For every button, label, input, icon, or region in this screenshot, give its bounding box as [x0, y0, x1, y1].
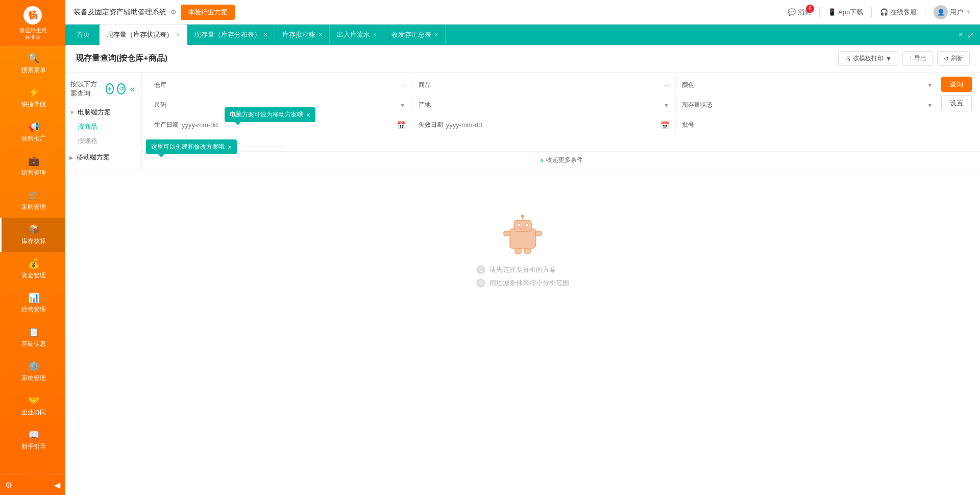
filter-cell-expiry: 失效日期 📅: [412, 116, 676, 133]
sidebar-item-marketing[interactable]: 📢 营销推广: [0, 115, 65, 149]
message-btn[interactable]: 💬 消息 6: [788, 8, 811, 17]
tab-maximize-btn[interactable]: ⤢: [967, 30, 974, 40]
print-btn[interactable]: 🖨 按模板打印 ▼: [838, 51, 898, 66]
size-label: 尺码: [154, 101, 166, 109]
tab-stock-status-close[interactable]: ×: [176, 31, 180, 38]
step-num-2: 2: [476, 278, 485, 288]
sidebar-item-system[interactable]: ⚙️ 系统管理: [0, 355, 65, 389]
sidebar-item-quicknav[interactable]: ⚡ 快捷导航: [0, 81, 65, 115]
purchase-icon: 🛒: [28, 190, 39, 201]
sidebar-item-purchase[interactable]: 🛒 采购管理: [0, 183, 65, 218]
tab-flow-close[interactable]: ×: [373, 31, 377, 38]
divider2: [871, 7, 872, 17]
back-btn[interactable]: «: [129, 83, 136, 95]
tree-mobile-arrow-icon: ▶: [69, 155, 74, 160]
refresh-btn[interactable]: ↺ 刷新: [937, 51, 970, 66]
sidebar-item-collab[interactable]: 🤝 企业协同: [0, 389, 65, 423]
query-btn[interactable]: 查询: [941, 77, 972, 92]
quicknav-icon: ⚡: [28, 87, 39, 98]
tab-batch[interactable]: 库存批次账 ×: [275, 25, 330, 45]
marketing-icon: 📢: [28, 121, 39, 132]
stock-status-input[interactable]: [716, 101, 924, 109]
expiry-calendar-icon[interactable]: 📅: [660, 121, 669, 129]
tab-close-all-btn[interactable]: ×: [959, 30, 963, 40]
warehouse-input[interactable]: [169, 81, 397, 89]
svg-point-3: [525, 223, 528, 226]
filter-cell-warehouse: 仓库 ···: [148, 77, 412, 93]
export-label: 导出: [914, 54, 926, 63]
filter-cell-color: 颜色 ▼: [675, 77, 939, 93]
color-input[interactable]: [697, 81, 924, 89]
refresh-scheme-btn[interactable]: ↺: [117, 83, 125, 95]
collapse-label: 收起更多条件: [546, 156, 583, 164]
inventory-icon: 📦: [28, 224, 39, 235]
warehouse-dots[interactable]: ···: [400, 81, 406, 89]
message-icon: 💬: [788, 8, 796, 16]
color-dropdown-arrow[interactable]: ▼: [927, 82, 933, 89]
sidebar-item-label-marketing: 营销推广: [21, 134, 46, 143]
origin-dropdown-arrow[interactable]: ▼: [663, 102, 669, 109]
page-title: 现存量查询(按仓库+商品): [76, 53, 167, 64]
proddate-input[interactable]: [182, 121, 394, 129]
header-icon-group: 💬 消息 6 📱 App下载 🎧 在线客服 👤 用户 ▼: [788, 5, 972, 19]
sidebar-item-inventory[interactable]: 📦 库存核算: [0, 218, 65, 252]
sidebar-item-finance[interactable]: 💰 资金管理: [0, 252, 65, 286]
reset-btn[interactable]: 设置: [941, 95, 972, 111]
sidebar-item-management[interactable]: 📊 经营管理: [0, 286, 65, 320]
basic-icon: 📋: [28, 326, 39, 338]
tooltip1-close[interactable]: ×: [306, 111, 310, 119]
filter-cell-goods: 商品 ···: [412, 77, 676, 93]
collapse-btn[interactable]: ∧ 收起更多条件: [142, 151, 980, 169]
tab-batch-close[interactable]: ×: [318, 31, 322, 38]
batch-input[interactable]: [697, 121, 933, 129]
tab-stock-dist[interactable]: 现存量（库存分布表） ×: [187, 25, 275, 45]
origin-input[interactable]: [434, 101, 660, 109]
tab-summary[interactable]: 收发存汇总表 ×: [384, 25, 446, 45]
tree-mobile-parent[interactable]: ▶ 移动端方案: [65, 150, 141, 164]
tree-desktop-item-spec[interactable]: 按规格: [65, 134, 141, 148]
user-btn[interactable]: 👤 用户 ▼: [934, 5, 972, 19]
sidebar-item-label-quicknav: 快捷导航: [21, 100, 46, 109]
online-service-btn[interactable]: 🎧 在线客服: [880, 8, 917, 17]
app-download-btn[interactable]: 📱 App下载: [828, 8, 863, 17]
sidebar-item-guide[interactable]: 📖 新手引导: [0, 423, 65, 457]
tab-flow[interactable]: 出入库流水 ×: [330, 25, 384, 45]
tree-desktop-parent[interactable]: ▼ 电脑端方案: [65, 105, 141, 120]
tab-stock-status[interactable]: 现存量（库存状况表） ×: [100, 25, 187, 45]
sidebar-item-search[interactable]: 🔍 搜索菜单: [0, 46, 65, 81]
tab-summary-label: 收发存汇总表: [391, 30, 431, 39]
size-dropdown-arrow[interactable]: ▼: [400, 102, 406, 109]
expiry-input[interactable]: [446, 121, 658, 129]
system-settings-icon[interactable]: ⚙: [170, 8, 177, 16]
logo-text: 畅通好生意: [19, 27, 47, 34]
tooltip2-close[interactable]: ×: [228, 143, 232, 151]
export-btn[interactable]: ↑ 导出: [902, 51, 933, 66]
goods-input[interactable]: [434, 81, 661, 89]
filter-container: 按以下方案查询 + ↺ « ▼ 电脑端方案 按商品 按规格: [65, 73, 980, 170]
empty-illustration: [500, 211, 546, 257]
sidebar-item-sales[interactable]: 💼 销售管理: [0, 149, 65, 183]
avatar-icon: 👤: [937, 9, 945, 16]
sidebar-collapse-btn[interactable]: ◀: [54, 480, 60, 490]
tab-stock-dist-close[interactable]: ×: [264, 31, 267, 38]
sidebar-item-label-guide: 新手引导: [21, 442, 46, 451]
batch-label: 批号: [682, 121, 694, 129]
warehouse-label: 仓库: [154, 81, 166, 89]
search-nav-icon: 🔍: [28, 53, 39, 64]
sidebar-item-basic[interactable]: 📋 基础信息: [0, 320, 65, 355]
goods-dots[interactable]: ···: [664, 81, 669, 89]
sidebar-settings-btn[interactable]: ⚙: [5, 480, 12, 490]
query-btns: 查询 设置: [941, 77, 972, 111]
tree-desktop-item-goods[interactable]: 按商品: [65, 120, 141, 134]
proddate-calendar-icon[interactable]: 📅: [397, 121, 406, 129]
industry-btn[interactable]: 体验行业方案: [181, 5, 235, 20]
filter-cell-origin: 产地 ▼: [412, 97, 676, 113]
svg-rect-1: [514, 220, 531, 231]
svg-rect-4: [504, 231, 510, 235]
tab-home[interactable]: 首页: [67, 25, 100, 45]
sidebar-item-label-search: 搜索菜单: [21, 66, 46, 75]
stock-status-dropdown-arrow[interactable]: ▼: [927, 102, 933, 109]
tab-summary-close[interactable]: ×: [434, 31, 438, 38]
stock-main-max-input[interactable]: [244, 139, 285, 147]
add-scheme-btn[interactable]: +: [106, 83, 114, 95]
